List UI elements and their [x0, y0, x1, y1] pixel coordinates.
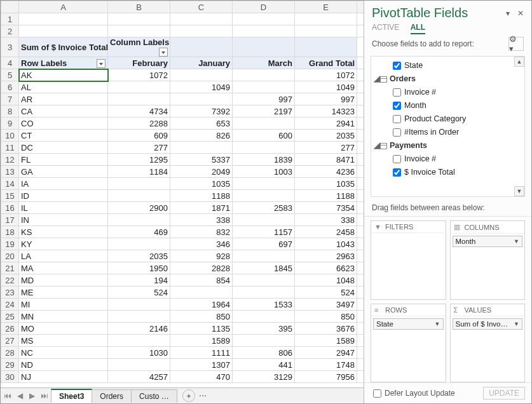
row-header-2[interactable]: 2 [1, 25, 19, 37]
cell-value[interactable]: 5337 [170, 154, 233, 166]
field-checkbox[interactable] [393, 168, 401, 177]
cell-value[interactable]: 826 [170, 130, 233, 142]
cell-state[interactable]: FL [19, 154, 108, 166]
cell-value[interactable]: 1135 [170, 323, 233, 335]
cell-value[interactable]: 2197 [233, 105, 295, 118]
cell-value[interactable] [108, 238, 170, 250]
cell-value[interactable]: 2049 [170, 166, 233, 178]
cell-value[interactable] [170, 286, 233, 299]
cell-value[interactable]: 850 [295, 311, 357, 323]
cell-value[interactable] [108, 81, 170, 93]
field-item[interactable]: Product Category [371, 112, 524, 126]
cell-state[interactable]: MN [19, 311, 108, 323]
cell-value[interactable]: 2035 [295, 130, 357, 142]
cell-state[interactable]: IL [19, 202, 108, 214]
row-header-10[interactable]: 10 [1, 130, 19, 142]
cell[interactable] [357, 226, 364, 238]
row-header-5[interactable]: 5 [1, 69, 19, 81]
cell-value[interactable]: 697 [233, 238, 295, 250]
select-all-corner[interactable] [1, 1, 19, 13]
chip-columns[interactable]: Month▼ [453, 236, 523, 247]
cell[interactable] [233, 25, 295, 37]
cell-value[interactable]: 1184 [108, 166, 170, 178]
cell-value[interactable] [108, 335, 170, 347]
cell-value[interactable]: 2900 [108, 202, 170, 214]
cell-value[interactable] [108, 359, 170, 371]
cell-value[interactable]: 470 [170, 371, 233, 383]
cell-state[interactable]: ID [19, 190, 108, 202]
cell-value[interactable]: 2458 [295, 226, 357, 238]
defer-layout-checkbox[interactable] [373, 389, 381, 398]
cell-value[interactable]: 7354 [295, 202, 357, 214]
cell-value[interactable]: 469 [108, 226, 170, 238]
row-header-24[interactable]: 24 [1, 299, 19, 311]
cell-state[interactable]: CT [19, 130, 108, 142]
cell-value[interactable]: 1871 [170, 202, 233, 214]
cell-value[interactable]: 1307 [170, 359, 233, 371]
cell-value[interactable] [233, 214, 295, 226]
cell-value[interactable] [170, 69, 233, 81]
col-header-C[interactable]: C [170, 1, 233, 13]
field-item[interactable]: State [371, 59, 524, 72]
cell-value[interactable] [233, 311, 295, 323]
cell-value[interactable]: 1950 [108, 262, 170, 274]
cell-value[interactable] [170, 93, 233, 105]
field-checkbox[interactable] [393, 102, 401, 110]
nav-last-icon[interactable]: ⏭ [41, 391, 48, 400]
cell-value[interactable]: 1533 [233, 299, 295, 311]
chip-rows[interactable]: State▼ [373, 318, 444, 330]
pane-close-icon[interactable]: ✕ [516, 9, 525, 18]
nav-prev-icon[interactable]: ◀ [17, 391, 23, 400]
cell[interactable] [357, 286, 364, 299]
cell[interactable] [357, 142, 364, 154]
cell-value[interactable]: 2963 [295, 250, 357, 262]
cell-state[interactable]: CA [19, 105, 108, 118]
cell[interactable] [357, 57, 364, 69]
row-header-26[interactable]: 26 [1, 323, 19, 335]
row-header-9[interactable]: 9 [1, 118, 19, 130]
cell-state[interactable]: AR [19, 93, 108, 105]
row-header-20[interactable]: 20 [1, 250, 19, 262]
cell-value[interactable] [233, 335, 295, 347]
cell[interactable] [170, 25, 233, 37]
cell-value[interactable]: 806 [233, 347, 295, 359]
cell-sum-label[interactable]: Sum of $ Invoice Total [19, 37, 108, 57]
cell-value[interactable]: 277 [108, 142, 170, 154]
cell-value[interactable] [233, 250, 295, 262]
field-checkbox[interactable] [393, 88, 401, 97]
cell-header[interactable]: March [233, 57, 295, 69]
area-rows[interactable]: ≡ROWS State▼ [371, 304, 446, 383]
cell-value[interactable]: 928 [170, 250, 233, 262]
field-item[interactable]: Month [371, 99, 524, 112]
cell-value[interactable] [108, 299, 170, 311]
cell[interactable] [357, 154, 364, 166]
cell[interactable] [357, 105, 364, 118]
cell[interactable] [295, 37, 357, 57]
cell-value[interactable]: 2941 [295, 118, 357, 130]
cell-value[interactable] [233, 190, 295, 202]
cell-value[interactable] [108, 311, 170, 323]
cell-value[interactable] [233, 81, 295, 93]
row-labels-filter-button[interactable] [97, 59, 106, 68]
row-header-4[interactable]: 4 [1, 57, 19, 69]
cell-value[interactable]: 997 [295, 93, 357, 105]
field-item[interactable]: Invoice # [371, 152, 524, 166]
cell[interactable] [233, 37, 295, 57]
cell-value[interactable] [108, 93, 170, 105]
cell-row-labels[interactable]: Row Labels [19, 57, 108, 69]
cell-state[interactable]: NJ [19, 371, 108, 383]
cell-value[interactable]: 194 [108, 274, 170, 286]
field-group[interactable]: ◢Orders [371, 72, 524, 86]
cell-value[interactable]: 1295 [108, 154, 170, 166]
row-header-16[interactable]: 16 [1, 202, 19, 214]
cell-state[interactable]: AK [19, 69, 108, 81]
row-header-18[interactable]: 18 [1, 226, 19, 238]
cell-value[interactable]: 1111 [170, 347, 233, 359]
more-sheets-icon[interactable]: ⋯ [199, 391, 207, 400]
cell-value[interactable]: 2947 [295, 347, 357, 359]
cell-value[interactable]: 1003 [233, 166, 295, 178]
row-header-1[interactable]: 1 [1, 13, 19, 25]
cell-value[interactable]: 997 [233, 93, 295, 105]
cell[interactable] [19, 13, 108, 25]
chip-values[interactable]: Sum of $ Invo…▼ [453, 318, 523, 330]
